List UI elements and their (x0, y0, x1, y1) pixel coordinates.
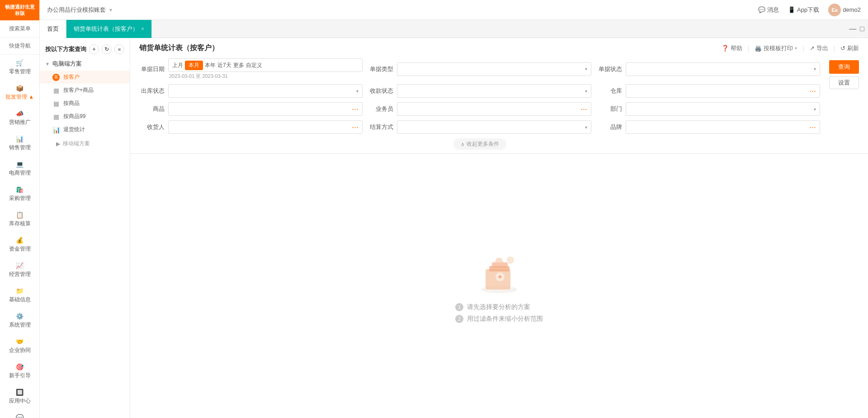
sidebar-item-ecommerce[interactable]: 💻 电商管理 (0, 156, 39, 181)
topbar-right: 💬 消息 📱 App下载 Ea demo2 (758, 4, 861, 16)
scheme-collapse-btn[interactable]: « (114, 44, 124, 54)
message-btn[interactable]: 💬 消息 (758, 6, 779, 14)
salesperson-select[interactable]: ··· (397, 102, 591, 116)
doc-type-arrow: ▾ (585, 66, 587, 71)
tab-home[interactable]: 首页 (40, 20, 66, 38)
sidebar-item-purchase[interactable]: 🛍️ 采购管理 (0, 181, 39, 207)
scheme-add-btn[interactable]: + (89, 44, 99, 54)
brand-select[interactable]: ··· (626, 120, 820, 134)
receipt-status-arrow: ▾ (585, 89, 587, 94)
date-picker[interactable]: 上月 本月 本年 近7天 更多 自定义 (168, 58, 363, 72)
scheme-item-by-customer[interactable]: 客 按客户 (40, 71, 130, 84)
inventory-icon: 📋 (16, 211, 24, 218)
department-select[interactable]: ▾ (626, 102, 820, 116)
goods99-icon: ▦ (52, 113, 60, 120)
return-icon: 📊 (52, 126, 60, 133)
sidebar-item-basic[interactable]: 📁 基础信息 (0, 283, 39, 308)
sidebar-item-inventory[interactable]: 📋 库存核算 (0, 207, 39, 232)
filter-row-4: 收货人 ··· 结算方式 ▾ (139, 120, 820, 134)
filter-date: 单据日期 上月 本月 本年 近7天 更多 自定义 (139, 58, 363, 80)
empty-hint-1: 1 请先选择要分析的方案 (455, 303, 543, 311)
tab-maximize-btn[interactable]: □ (860, 25, 864, 33)
doc-type-select[interactable]: ▾ (397, 62, 591, 76)
filter-doc-status: 单据状态 ▾ (597, 62, 820, 76)
avatar: Ea (828, 4, 841, 16)
salesperson-more-dots[interactable]: ··· (580, 105, 587, 113)
setting-btn[interactable]: 设置 (829, 76, 859, 89)
search-menu[interactable]: 搜索菜单 (0, 20, 39, 38)
main-area: 办公用品行业模拟账套 ▾ 💬 消息 📱 App下载 Ea demo2 首页 销货… (40, 0, 868, 418)
out-status-arrow: ▾ (356, 89, 359, 94)
recipient-select[interactable]: ··· (168, 120, 363, 134)
guide-icon: 🎯 (16, 363, 24, 370)
tab-close-btn[interactable]: × (141, 26, 144, 32)
warehouse-select[interactable]: ··· (626, 84, 820, 98)
receipt-status-select[interactable]: ▾ (397, 84, 591, 98)
help-btn[interactable]: ❓ 帮助 (722, 44, 742, 52)
collapse-btn[interactable]: ∧ 收起更多条件 (453, 138, 506, 150)
query-buttons: 查询 设置 (829, 60, 859, 89)
logo[interactable]: 畅捷通好生意 标版 (0, 0, 39, 20)
scheme-item-goods99[interactable]: ▦ 按商品99 (40, 110, 130, 123)
warehouse-more-dots[interactable]: ··· (809, 87, 816, 95)
warehouse-label: 仓库 (597, 87, 622, 95)
tab-minimize-btn[interactable]: — (849, 25, 856, 33)
sidebar-item-retail[interactable]: 🛒 零售管理 (0, 55, 39, 80)
scheme-header-actions: + ↻ « (89, 44, 124, 54)
print-btn[interactable]: 🖨️ 按模板打印 ▾ (755, 44, 797, 52)
user-info[interactable]: Ea demo2 (828, 4, 861, 16)
scheme-section-desktop: ▼ 电脑端方案 客 按客户 ▦ 按客户+商品 ▦ 按商品 ▦ 按商品99 (40, 57, 130, 136)
export-btn[interactable]: ↗ 导出 (810, 44, 828, 52)
sidebar-item-appcenter[interactable]: 🔲 应用中心 (0, 384, 39, 409)
out-status-select[interactable]: ▾ (168, 84, 363, 98)
quick-nav[interactable]: 快捷导航 (0, 38, 39, 55)
customer-goods-icon: ▦ (52, 87, 60, 94)
topbar-title: 办公用品行业模拟账套 (47, 6, 106, 14)
date-btn-active[interactable]: 本月 (185, 61, 203, 70)
collab-icon: 🤝 (16, 338, 24, 345)
brand-label: 品牌 (597, 123, 622, 131)
goods-select[interactable]: ··· (168, 102, 363, 116)
tabs-bar: 首页 销货单统计表（按客户） × — □ (40, 20, 868, 38)
app-download-btn[interactable]: 📱 App下载 (788, 6, 819, 14)
sidebar-item-marketing[interactable]: 📣 营销推广 (0, 105, 39, 131)
ecommerce-icon: 💻 (16, 161, 24, 168)
page-title: 销货单统计表（按客户） (139, 43, 219, 53)
sidebar-item-finance[interactable]: 💰 资金管理 (0, 232, 39, 257)
tab-active[interactable]: 销货单统计表（按客户） × (66, 20, 152, 38)
scheme-section-mobile-title[interactable]: ▶ 移动端方案 (51, 138, 130, 149)
doc-status-select[interactable]: ▾ (626, 62, 820, 76)
sidebar-item-system[interactable]: ⚙️ 系统管理 (0, 308, 39, 333)
sidebar-item-operation[interactable]: 📈 经营管理 (0, 257, 39, 283)
scheme-item-return[interactable]: 📊 退货统计 (40, 123, 130, 136)
refresh-btn[interactable]: ↺ 刷新 (840, 44, 859, 52)
scheme-section-desktop-title[interactable]: ▼ 电脑端方案 (40, 57, 130, 71)
sidebar: 畅捷通好生意 标版 搜索菜单 快捷导航 🛒 零售管理 📦 批发管理 ▲ 📣 营销… (0, 0, 40, 418)
help-icon: ❓ (722, 45, 729, 52)
filter-recipient: 收货人 ··· (139, 120, 363, 134)
settlement-select[interactable]: ▾ (397, 120, 591, 134)
basic-icon: 📁 (16, 287, 24, 294)
wholesale-icon: 📦 (16, 85, 24, 92)
scheme-refresh-btn[interactable]: ↻ (102, 44, 112, 54)
logo-text: 畅捷通好生意 标版 (3, 4, 37, 17)
scheme-section-mobile: ▶ 移动端方案 (40, 136, 130, 151)
wechat-icon: 💬 (16, 414, 24, 418)
sidebar-item-guide[interactable]: 🎯 新手引导 (0, 359, 39, 384)
empty-hints: 1 请先选择要分析的方案 2 用过滤条件来缩小分析范围 (455, 303, 543, 323)
goods-more-dots[interactable]: ··· (352, 105, 359, 113)
topbar-dropdown[interactable]: ▾ (109, 7, 112, 13)
settlement-label: 结算方式 (368, 123, 393, 131)
filter-row-3: 商品 ··· 业务员 ··· (139, 102, 820, 116)
finance-icon: 💰 (16, 237, 24, 244)
brand-more-dots[interactable]: ··· (809, 123, 816, 131)
scheme-item-customer-goods[interactable]: ▦ 按客户+商品 (40, 84, 130, 97)
scheme-item-goods[interactable]: ▦ 按商品 (40, 97, 130, 110)
sidebar-item-collab[interactable]: 🤝 企业协同 (0, 333, 39, 359)
recipient-more-dots[interactable]: ··· (352, 123, 359, 131)
sidebar-item-wholesale[interactable]: 📦 批发管理 ▲ (0, 80, 39, 105)
filter-section: 单据日期 上月 本月 本年 近7天 更多 自定义 (139, 58, 859, 153)
sidebar-item-sales[interactable]: 📊 销售管理 (0, 131, 39, 156)
query-btn[interactable]: 查询 (829, 60, 859, 74)
sidebar-item-wechat[interactable]: 💬 企业微信 (0, 409, 39, 418)
